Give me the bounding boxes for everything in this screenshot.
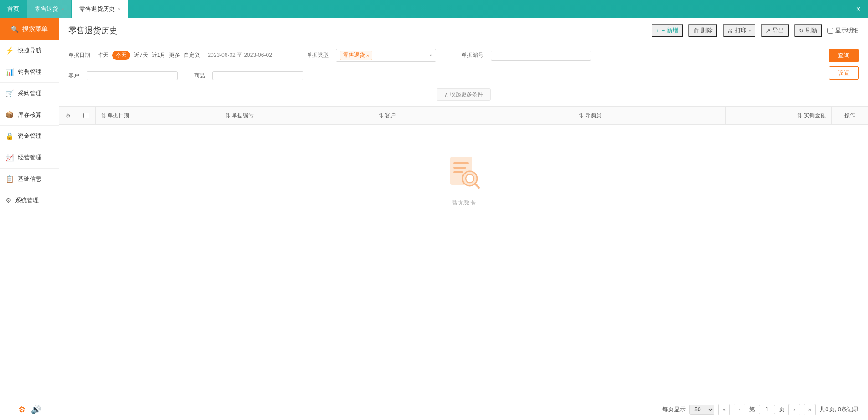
sidebar-item-purchase[interactable]: 🛒 采购管理: [0, 83, 59, 104]
show-detail-label: 显示明细: [835, 26, 859, 35]
main-layout: 🔍 搜索菜单 ⚡ 快捷导航 📊 销售管理 🛒 采购管理 📦 库存核算 🔒 资金管…: [0, 18, 868, 420]
system-icon: ⚙: [5, 196, 11, 205]
th-doc-no[interactable]: ⇅ 单据编号: [220, 107, 373, 124]
sidebar-item-system[interactable]: ⚙ 系统管理: [0, 190, 59, 211]
date-opt-1month[interactable]: 近1月: [152, 51, 166, 59]
refresh-label: 刷新: [806, 26, 817, 35]
sidebar-item-label: 基础信息: [18, 175, 41, 183]
collapse-icon: ∧: [444, 92, 448, 98]
page-number-input[interactable]: [759, 405, 775, 414]
date-opt-today[interactable]: 今天: [112, 51, 130, 60]
refresh-button[interactable]: ↻ 刷新: [794, 24, 822, 37]
th-customer-text: 客户: [385, 112, 396, 119]
sidebar-item-label: 库存核算: [18, 111, 41, 119]
sidebar-item-label: 资金管理: [18, 132, 41, 140]
sidebar-item-label: 销售管理: [18, 68, 41, 76]
doc-type-select[interactable]: 零售退货 × ▾: [336, 49, 436, 62]
next-page-button[interactable]: ›: [788, 404, 800, 415]
top-bar: 首页 零售退货 × 零售退货历史 × ×: [0, 0, 868, 18]
sidebar-item-base-info[interactable]: 📋 基础信息: [0, 169, 59, 190]
first-page-button[interactable]: «: [718, 404, 730, 415]
filter-row-date: 单据日期 昨天 今天 近7天 近1月 更多 自定义 2023-06-02 至 2…: [68, 49, 820, 62]
tab-home-label: 首页: [7, 5, 19, 13]
sidebar-item-finance[interactable]: 🔒 资金管理: [0, 126, 59, 147]
th-gear[interactable]: ⚙: [59, 107, 77, 124]
sidebar-item-inventory[interactable]: 📦 库存核算: [0, 104, 59, 126]
page-size-select[interactable]: 10 20 50 100: [689, 405, 714, 415]
new-label: + 新增: [662, 26, 678, 35]
volume-bottom-icon[interactable]: 🔊: [31, 405, 41, 415]
settings-bottom-icon[interactable]: ⚙: [18, 405, 26, 415]
total-info: 共0页, 0条记录: [819, 405, 859, 414]
th-checkbox[interactable]: [77, 107, 96, 124]
print-label: 打印: [735, 26, 747, 35]
goods-select-btn[interactable]: ...: [212, 71, 303, 80]
delete-label: 删除: [701, 26, 713, 35]
doc-no-input[interactable]: [491, 51, 591, 61]
refresh-icon: ↻: [799, 27, 804, 34]
page-label: 第: [749, 405, 755, 414]
svg-line-6: [475, 184, 479, 188]
date-label: 单据日期: [68, 51, 90, 59]
tab-return[interactable]: 零售退货 ×: [27, 0, 71, 18]
header-actions: + + 新增 🗑 删除 🖨 打印 ▾ ↗ 导出 ↻: [652, 24, 859, 37]
base-info-icon: 📋: [5, 175, 14, 183]
doc-type-tag-remove[interactable]: ×: [366, 53, 369, 58]
collapse-button[interactable]: ∧ 收起更多条件: [437, 88, 491, 101]
last-page-button[interactable]: »: [804, 404, 816, 415]
delete-button[interactable]: 🗑 删除: [688, 24, 717, 37]
sidebar-item-sales[interactable]: 📊 销售管理: [0, 61, 59, 83]
sidebar-item-operations[interactable]: 📈 经营管理: [0, 147, 59, 169]
tab-home[interactable]: 首页: [0, 0, 26, 18]
tab-return-history[interactable]: 零售退货历史 ×: [72, 0, 128, 18]
page-size-label: 每页显示: [662, 405, 686, 414]
tab-return-history-close[interactable]: ×: [118, 6, 120, 12]
show-detail-input[interactable]: [827, 28, 833, 34]
svg-rect-3: [453, 171, 463, 173]
th-doc-no-sort: ⇅: [226, 113, 230, 119]
pagination-bar: 每页显示 10 20 50 100 « ‹ 第 页 › » 共0页, 0条记录: [59, 399, 868, 420]
settings-button[interactable]: 设置: [829, 66, 859, 80]
customer-select-btn[interactable]: ...: [87, 71, 178, 80]
doc-type-label: 单据类型: [307, 51, 329, 59]
th-date-label: ⇅: [101, 113, 106, 119]
th-action-text: 操作: [844, 112, 855, 119]
th-guide-sort: ⇅: [579, 113, 583, 119]
doc-type-dropdown-arrow: ▾: [430, 53, 432, 58]
th-customer[interactable]: ⇅ 客户: [373, 107, 573, 124]
finance-icon: 🔒: [5, 132, 14, 140]
select-all-checkbox[interactable]: [83, 113, 89, 118]
doc-no-label: 单据编号: [462, 51, 483, 59]
date-opt-yesterday[interactable]: 昨天: [98, 51, 108, 59]
sidebar-bottom: ⚙ 🔊: [0, 399, 59, 420]
th-amount[interactable]: ⇅ 实销金额: [726, 107, 832, 124]
export-label: 导出: [772, 26, 784, 35]
date-opt-7days[interactable]: 近7天: [134, 51, 148, 59]
date-opt-more[interactable]: 更多: [169, 51, 180, 59]
new-icon: +: [656, 27, 660, 34]
export-button[interactable]: ↗ 导出: [761, 24, 789, 37]
svg-point-5: [466, 174, 474, 183]
sidebar-search[interactable]: 🔍 搜索菜单: [0, 18, 59, 40]
th-guide[interactable]: ⇅ 导购员: [573, 107, 726, 124]
query-button[interactable]: 查询: [829, 49, 859, 62]
page-unit-label: 页: [779, 405, 785, 414]
tab-return-close[interactable]: ×: [61, 6, 64, 12]
page-header: 零售退货历史 + + 新增 🗑 删除 🖨 打印 ▾ ↗ 导出: [59, 18, 868, 43]
prev-page-button[interactable]: ‹: [734, 404, 745, 415]
window-close-button[interactable]: ×: [856, 5, 861, 14]
tab-return-label: 零售退货: [35, 5, 58, 13]
customer-label: 客户: [68, 72, 79, 80]
print-button[interactable]: 🖨 打印 ▾: [723, 24, 755, 37]
delete-icon: 🗑: [693, 27, 699, 34]
show-detail-checkbox[interactable]: 显示明细: [827, 26, 859, 35]
empty-text: 暂无数据: [452, 199, 476, 207]
sidebar-item-quick-nav[interactable]: ⚡ 快捷导航: [0, 40, 59, 61]
th-date[interactable]: ⇅ 单据日期: [96, 107, 220, 124]
new-button[interactable]: + + 新增: [652, 24, 683, 37]
th-date-text: 单据日期: [108, 112, 129, 119]
th-customer-sort: ⇅: [379, 113, 383, 119]
sidebar-item-label: 经营管理: [18, 154, 41, 162]
date-opt-custom[interactable]: 自定义: [184, 51, 200, 59]
th-amount-text: 实销金额: [804, 112, 826, 119]
